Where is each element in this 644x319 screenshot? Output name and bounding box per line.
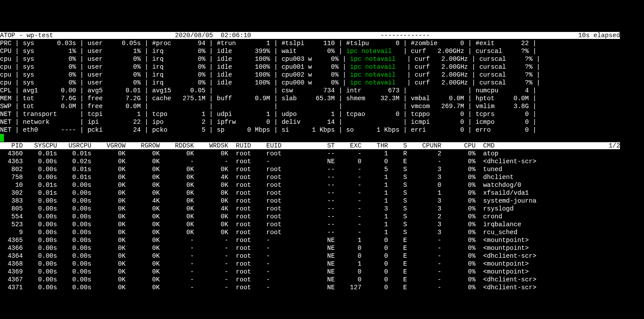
- process-row: 4369 0.00s 0.00s 0K 0K - - root - NE 0 0…: [0, 268, 644, 276]
- process-row: 10 0.01s 0.00s 0K 0K 0K 0K root root -- …: [0, 181, 644, 189]
- sys-row: NET | network | ipi 22 | ipo 2 | ipfrw 0…: [0, 118, 644, 126]
- sys-row: CPL | avg1 0.00 | avg5 0.01 | avg15 0.05…: [0, 87, 644, 95]
- sys-row: PRC | sys 0.03s | user 0.05s | #proc 94 …: [0, 39, 644, 47]
- sys-row: cpu | sys 0% | user 0% | irq 0% | idle 1…: [0, 79, 644, 87]
- process-row: 4368 0.00s 0.00s 0K 0K - - root - NE 1 0…: [0, 260, 644, 268]
- sys-row: MEM | tot 7.6G | free 7.2G | cache 275.1…: [0, 95, 644, 102]
- process-row: 383 0.00s 0.00s 0K 4K 0K 0K root root --…: [0, 197, 644, 205]
- process-row: 302 0.01s 0.00s 0K 0K 0K 0K root root --…: [0, 189, 644, 197]
- process-row: 805 0.00s 0.00s 0K 0K 0K 4K root root --…: [0, 205, 644, 213]
- sys-row: cpu | sys 0% | user 0% | irq 0% | idle 1…: [0, 63, 644, 71]
- atop-terminal[interactable]: ATOP - wp-test 2020/08/05 02:06:10 -----…: [0, 32, 644, 291]
- sys-row: cpu | sys 0% | user 0% | irq 0% | idle 1…: [0, 71, 644, 79]
- title-bar: ATOP - wp-test 2020/08/05 02:06:10 -----…: [0, 32, 620, 39]
- command-line[interactable]: [0, 134, 644, 142]
- sys-row: SWP | tot 0.0M | free 0.0M | | | | | vmc…: [0, 102, 644, 110]
- process-row: 4367 0.00s 0.00s 0K 0K - - root - NE 0 0…: [0, 276, 644, 284]
- process-row: 554 0.00s 0.00s 0K 0K 0K 0K root root --…: [0, 213, 644, 221]
- process-row: 9 0.00s 0.00s 0K 0K 0K 0K root root -- -…: [0, 228, 644, 236]
- process-row: 4360 0.01s 0.01s 0K 0K 0K 0K root root -…: [0, 150, 644, 158]
- process-row: 4366 0.00s 0.00s 0K 0K - - root - NE 0 0…: [0, 244, 644, 252]
- sys-row: cpu | sys 0% | user 0% | irq 0% | idle 1…: [0, 55, 644, 63]
- sys-row: CPU | sys 1% | user 1% | irq 0% | idle 3…: [0, 47, 644, 55]
- process-row: 802 0.00s 0.01s 0K 0K 0K 0K root root --…: [0, 165, 644, 173]
- process-row: 523 0.00s 0.00s 0K 0K 0K 0K root root --…: [0, 221, 644, 228]
- process-row: 4371 0.00s 0.00s 0K 0K - - root - NE 127…: [0, 284, 644, 291]
- process-row: 4364 0.00s 0.00s 0K 0K - - root - NE 0 0…: [0, 252, 644, 260]
- process-row: 4365 0.00s 0.00s 0K 0K - - root - NE 1 0…: [0, 236, 644, 244]
- sys-row: NET | transport | tcpi 1 | tcpo 1 | udpi…: [0, 110, 644, 118]
- process-row: 4363 0.00s 0.02s 0K 0K - - root - NE 0 0…: [0, 158, 644, 165]
- process-header: PID SYSCPU USRCPU VGROW RGROW RDDSK WRDS…: [0, 142, 620, 149]
- sys-row: NET | eth0 ---- | pcki 24 | pcko 5 | sp …: [0, 126, 644, 134]
- process-row: 758 0.00s 0.01s 0K 0K 0K 4K root root --…: [0, 173, 644, 181]
